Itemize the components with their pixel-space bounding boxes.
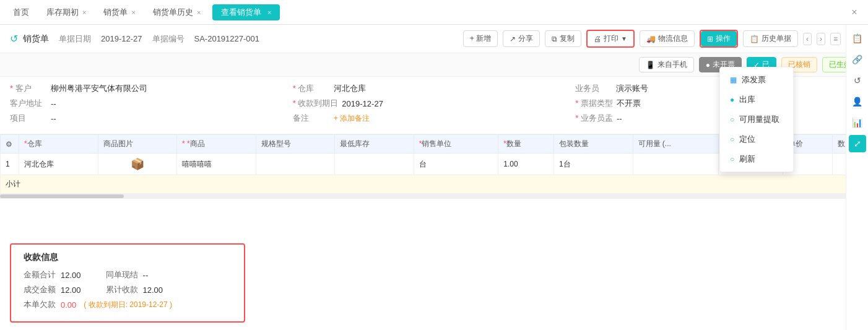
logistics-button[interactable]: 🚚 物流信息: [640, 30, 695, 47]
print-button[interactable]: 🖨 打印 ▼: [586, 30, 635, 48]
due-date-label: * 收款到期日: [293, 98, 339, 109]
add-note-button[interactable]: + 添加备注: [334, 113, 370, 124]
order-settle-item: 同单现结 --: [106, 269, 149, 280]
staff-value: 演示账号: [616, 83, 648, 94]
warehouse-label: * 仓库: [293, 83, 330, 94]
payment-row-2: 成交金额 12.00 累计收款 12.00: [24, 284, 232, 295]
due-note: ( 收款到期日: 2019-12-27 ): [84, 300, 172, 310]
note-label: 备注: [293, 113, 330, 124]
view-toggle-1[interactable]: ≡: [830, 33, 841, 45]
address-label: 客户地址: [10, 98, 47, 109]
panel-user-icon[interactable]: 👤: [849, 93, 866, 110]
number-value: SA-20191227-001: [194, 34, 260, 43]
cell-spec: [256, 154, 335, 175]
payment-row-3: 本单欠款 0.00 ( 收款到期日: 2019-12-27 ): [24, 299, 232, 310]
prev-button[interactable]: ‹: [803, 33, 812, 45]
dropdown-outbound[interactable]: ● 出库: [720, 90, 793, 110]
col-pack-qty: 包装数量: [553, 135, 633, 154]
new-button[interactable]: + 新增: [463, 30, 498, 47]
operator-label: * 业务员盂: [575, 113, 613, 124]
add-invoice-icon: ▦: [730, 76, 737, 84]
horizontal-scrollbar[interactable]: [0, 194, 868, 199]
address-value: --: [51, 99, 56, 108]
dropdown-refresh[interactable]: ○ 刷新: [720, 149, 793, 169]
staff-field: 业务员 演示账号: [575, 83, 858, 94]
order-settle-value: --: [143, 271, 149, 280]
cell-min-stock: [335, 154, 414, 175]
refresh-label: 刷新: [739, 154, 755, 165]
window-close-button[interactable]: ×: [846, 4, 863, 21]
col-qty: *数量: [498, 135, 554, 154]
tab-sales[interactable]: 销货单 ×: [95, 2, 143, 22]
deal-amount-item: 成交金额 12.00: [24, 284, 81, 295]
note-field: 备注 + 添加备注: [293, 113, 576, 124]
doc-meta: 单据日期 2019-12-27 单据编号 SA-20191227-001: [59, 33, 259, 45]
due-date-field: * 收款到期日 2019-12-27: [293, 98, 576, 109]
tab-inventory-close[interactable]: ×: [82, 9, 86, 16]
add-invoice-label: 添发票: [742, 74, 766, 85]
cumulative-value: 12.00: [143, 285, 163, 295]
panel-clipboard-icon[interactable]: 📋: [849, 30, 866, 47]
panel-refresh-icon[interactable]: ↺: [849, 72, 866, 89]
col-spec: 规格型号: [256, 135, 335, 154]
dropdown-available[interactable]: ○ 可用量提取: [720, 110, 793, 129]
panel-chart-icon[interactable]: 📊: [849, 114, 866, 131]
tab-home[interactable]: 首页: [5, 2, 37, 22]
locate-label: 定位: [739, 134, 755, 145]
locate-icon: ○: [730, 135, 734, 144]
cell-image: 📦: [98, 154, 177, 175]
operations-button[interactable]: ⊞ 操作: [701, 31, 737, 46]
phone-button[interactable]: 📱 来自手机: [639, 57, 694, 72]
dropdown-locate[interactable]: ○ 定位: [720, 129, 793, 149]
available-icon: ○: [730, 115, 734, 124]
toolbar: + 新增 ↗ 分享 ⧉ 复制 🖨 打印 ▼ 🚚 物流信息 ⊞ 操作: [463, 30, 858, 48]
order-settle-label: 同单现结: [106, 269, 138, 280]
operations-btn-wrap: ⊞ 操作: [700, 30, 738, 48]
customer-label: * 客户: [10, 83, 47, 94]
tab-view-sales-close[interactable]: ×: [267, 9, 271, 16]
print-icon: 🖨: [594, 35, 601, 43]
amount-total-item: 金额合计 12.00: [24, 269, 81, 280]
copy-button[interactable]: ⧉ 复制: [545, 30, 581, 47]
dropdown-add-invoice[interactable]: ▦ 添发票: [720, 70, 793, 90]
tab-sales-history[interactable]: 销货单历史 ×: [145, 2, 209, 22]
panel-expand-icon[interactable]: ⤢: [849, 135, 866, 152]
cumulative-label: 累计收款: [106, 284, 138, 295]
date-value: 2019-12-27: [101, 34, 142, 43]
cell-pack-qty: 1台: [553, 154, 633, 175]
cell-qty: 1.00: [498, 154, 554, 175]
tab-bar: 首页 库存期初 × 销货单 × 销货单历史 × 查看销货单 × ×: [0, 0, 868, 25]
amount-total-value: 12.00: [61, 271, 81, 280]
ticket-value: 不开票: [617, 98, 641, 109]
tab-inventory[interactable]: 库存期初 ×: [38, 2, 94, 22]
panel-link-icon[interactable]: 🔗: [849, 51, 866, 68]
operator-field: * 业务员盂 --: [575, 113, 858, 124]
phone-icon: 📱: [646, 61, 655, 69]
subtotal-cell: 小计: [1, 175, 868, 194]
warehouse-field: * 仓库 河北仓库: [293, 83, 576, 94]
col-unit: *销售单位: [414, 135, 498, 154]
share-button[interactable]: ↗ 分享: [503, 30, 540, 47]
product-image: 📦: [131, 158, 144, 170]
history-button[interactable]: 📋 历史单据: [743, 30, 798, 47]
cell-available: [633, 154, 718, 175]
date-label: 单据日期: [59, 33, 91, 45]
payment-title: 收款信息: [24, 252, 232, 263]
tab-view-sales[interactable]: 查看销货单 ×: [212, 4, 280, 20]
refresh-icon: ○: [730, 155, 734, 163]
tab-sales-close[interactable]: ×: [131, 9, 135, 16]
scroll-thumb[interactable]: [0, 194, 124, 198]
print-dropdown-icon: ▼: [621, 35, 627, 42]
available-label: 可用量提取: [739, 114, 779, 125]
doc-icon: ↺: [10, 33, 18, 45]
right-panel: 📋 🔗 ↺ 👤 📊 ⤢: [846, 25, 868, 330]
col-min-stock: 最低库存: [335, 135, 414, 154]
tab-sales-history-close[interactable]: ×: [197, 9, 201, 16]
next-button[interactable]: ›: [817, 33, 825, 45]
payment-info: 收款信息 金额合计 12.00 同单现结 -- 成交金额 12.00 累计收款: [10, 243, 245, 323]
cell-product: 嘻嘻嘻嘻: [177, 154, 256, 175]
staff-label: 业务员: [575, 83, 612, 94]
cell-unit: 台: [414, 154, 498, 175]
outbound-label: 出库: [739, 94, 755, 105]
doc-header: ↺ 销货单 单据日期 2019-12-27 单据编号 SA-20191227-0…: [0, 25, 868, 53]
